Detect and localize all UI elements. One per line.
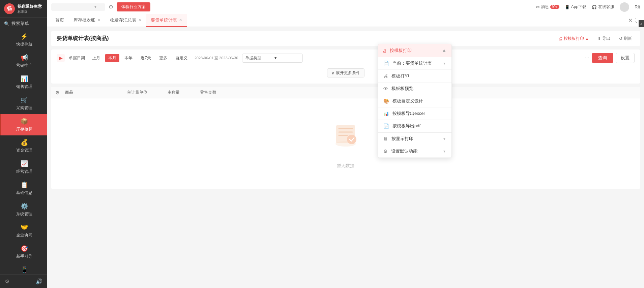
tab-inventory-batch-close[interactable]: ✕	[97, 18, 100, 22]
sidebar-item-label: 营销推广	[16, 63, 32, 68]
template-preview-label: 模板板预览	[391, 86, 413, 92]
current-template-icon: 📄	[383, 61, 389, 66]
tab-inventory-batch-label: 库存批次账	[74, 17, 95, 23]
date-btn-custom[interactable]: 自定义	[172, 54, 191, 62]
display-print-left: 🖥 按显示打印	[383, 136, 413, 142]
print-template-button[interactable]: 🖨 按模板打印 ▲	[556, 34, 591, 43]
print-dropdown-extra-section: 🖥 按显示打印 ▼ ⚙ 设置默认功能 ▼	[378, 133, 451, 158]
print-dropdown-close-btn[interactable]: ▲	[441, 47, 447, 54]
topbar-search-input[interactable]	[55, 5, 92, 9]
query-button[interactable]: 查询	[592, 53, 613, 63]
user-avatar[interactable]	[620, 2, 629, 12]
tab-receipt-summary-close[interactable]: ✕	[138, 18, 141, 22]
sidebar-item-system[interactable]: ⚙️ 系统管理	[0, 199, 47, 220]
sidebar-item-quick-nav[interactable]: ⚡ 快捷导航	[0, 29, 47, 51]
content-area: 要货单统计表(按商品) 🖨 按模板打印 ▲ ⬆ 导出 ↺ 刷新	[47, 27, 644, 288]
search-menu[interactable]: 🔍 搜索菜单	[0, 18, 47, 29]
set-default-icon: ⚙	[383, 149, 388, 154]
export-pdf-icon: 📄	[383, 123, 389, 129]
display-print-icon: 🖥	[383, 136, 388, 141]
sidebar: 畅 畅康通好生意 标准版 🔍 搜索菜单 ⚡ 快捷导航 📢 营销推广 📊 销售管理…	[0, 0, 47, 288]
template-print-label: 模板打印	[391, 73, 409, 79]
trial-industry-button[interactable]: 体验行业方案	[117, 2, 150, 11]
date-btn-current-month[interactable]: 本月	[105, 54, 119, 62]
template-design-label: 模板自定义设计	[392, 98, 423, 104]
sidebar-item-inventory[interactable]: 📦 库存核算	[0, 114, 47, 135]
sidebar-item-label: 快捷导航	[16, 41, 32, 47]
online-service-item[interactable]: 🎧 在线客服	[592, 4, 614, 10]
expand-more-button[interactable]: ∨ 展开更多条件	[327, 68, 364, 77]
table-area: ⚙ 商品 主计量单位 主数量 零售金额	[51, 87, 640, 189]
date-btn-year[interactable]: 本年	[121, 54, 136, 62]
sidebar-item-app-center[interactable]: 📱 应用中心	[0, 263, 47, 275]
sidebar-item-basic-info[interactable]: 📋 基础信息	[0, 178, 47, 199]
sidebar-item-label: 经营管理	[16, 169, 32, 174]
sidebar-item-label: 库存核算	[16, 126, 32, 132]
sidebar-item-newbie[interactable]: 🎯 新手引导	[0, 242, 47, 263]
set-default-label: 设置默认功能	[391, 148, 417, 154]
date-range-display: 2023-06-01 至 2023-06-30	[195, 56, 238, 61]
doc-type-chevron-icon: ▼	[273, 56, 300, 60]
sidebar-item-purchase[interactable]: 🛒 采购管理	[0, 93, 47, 114]
tab-inventory-batch[interactable]: 库存批次账 ✕	[69, 14, 105, 27]
empty-state: 暂无数据	[51, 98, 640, 189]
date-btn-more[interactable]: 更多	[156, 54, 170, 62]
display-print-label: 按显示打印	[391, 136, 413, 142]
finance-icon: 💰	[21, 139, 28, 146]
messages-item[interactable]: ✉ 消息 99+	[536, 4, 559, 10]
speaker-footer-icon[interactable]: 🔊	[36, 278, 42, 285]
export-excel-icon: 📊	[383, 111, 389, 116]
print-dropdown-current-section: 📄 当前：要货单统计表 ▼	[378, 57, 451, 70]
filter-row-1: ▶ 单据日期 上月 本月 本年 近7天 更多 自定义 2023-06-01 至 …	[57, 53, 635, 63]
basic-info-icon: 📋	[21, 181, 28, 189]
print-dropdown-item-template-print[interactable]: 🖨 模板打印	[378, 70, 451, 83]
date-btn-7days[interactable]: 近7天	[138, 54, 154, 62]
filter-expand-button[interactable]: ▶	[57, 54, 65, 62]
export-label: 导出	[602, 36, 610, 41]
refresh-label: 刷新	[624, 36, 632, 41]
tabbar: 首页 库存批次账 ✕ 收发存汇总表 ✕ 要货单统计表 ✕ ✕ ⛶	[47, 14, 644, 27]
tab-home[interactable]: 首页	[51, 14, 69, 27]
marketing-icon: 📢	[21, 54, 28, 61]
sidebar-item-marketing[interactable]: 📢 营销推广	[0, 51, 47, 72]
sidebar-item-operations[interactable]: 📈 经营管理	[0, 157, 47, 178]
sidebar-item-finance[interactable]: 💰 资金管理	[0, 135, 47, 157]
scroll-up-btn[interactable]: ▲	[638, 20, 644, 27]
messages-label: 消息	[541, 4, 549, 10]
print-dropdown-item-template-design[interactable]: 🎨 模板自定义设计	[378, 95, 451, 107]
table-settings-icon[interactable]: ⚙	[55, 90, 60, 95]
print-dropdown-item-template-preview[interactable]: 👁 模板板预览	[378, 83, 451, 95]
print-dropdown-item-display-print[interactable]: 🖥 按显示打印 ▼	[378, 133, 451, 145]
set-default-left: ⚙ 设置默认功能	[383, 148, 417, 154]
tab-order-stats[interactable]: 要货单统计表 ✕	[146, 14, 187, 27]
app-center-icon: 📱	[21, 266, 28, 274]
app-download-item[interactable]: 📱 App下载	[565, 4, 586, 10]
sidebar-item-sales[interactable]: 📊 销售管理	[0, 72, 47, 93]
print-dropdown-current-item[interactable]: 📄 当前：要货单统计表 ▼	[378, 57, 451, 70]
filter-more-icon[interactable]: ···	[585, 55, 589, 61]
expand-more-icon: ∨	[331, 71, 334, 75]
sidebar-item-enterprise[interactable]: 🤝 企业协同	[0, 220, 47, 242]
user-name: Rit	[635, 4, 640, 9]
settings-button[interactable]: 设置	[616, 53, 635, 63]
print-dropdown-item-set-default[interactable]: ⚙ 设置默认功能 ▼	[378, 145, 451, 158]
tab-receipt-summary[interactable]: 收发存汇总表 ✕	[105, 14, 146, 27]
topbar-settings-icon[interactable]: ⚙	[109, 4, 113, 10]
refresh-button[interactable]: ↺ 刷新	[616, 34, 635, 43]
purchase-icon: 🛒	[21, 96, 28, 104]
date-btn-prev-month[interactable]: 上月	[89, 54, 103, 62]
tab-order-stats-label: 要货单统计表	[151, 17, 177, 23]
settings-footer-icon[interactable]: ⚙	[5, 278, 9, 285]
sidebar-item-label: 企业协同	[16, 232, 32, 238]
search-input-wrapper: ▼	[51, 3, 105, 11]
tab-order-stats-close[interactable]: ✕	[179, 18, 182, 22]
print-dropdown-item-export-excel[interactable]: 📊 按模板导出excel	[378, 107, 451, 120]
doc-type-select[interactable]: 单据类型 ▼	[242, 54, 303, 63]
print-dropdown-item-export-pdf[interactable]: 📄 按模板导出pdf	[378, 120, 451, 132]
print-chevron-up-icon: ▲	[585, 37, 589, 40]
product-col-header: 商品	[65, 90, 73, 95]
close-window-btn[interactable]: ✕	[628, 17, 633, 24]
export-button[interactable]: ⬆ 导出	[595, 34, 613, 43]
export-excel-label: 按模板导出excel	[392, 110, 425, 117]
search-menu-label: 搜索菜单	[11, 21, 29, 27]
